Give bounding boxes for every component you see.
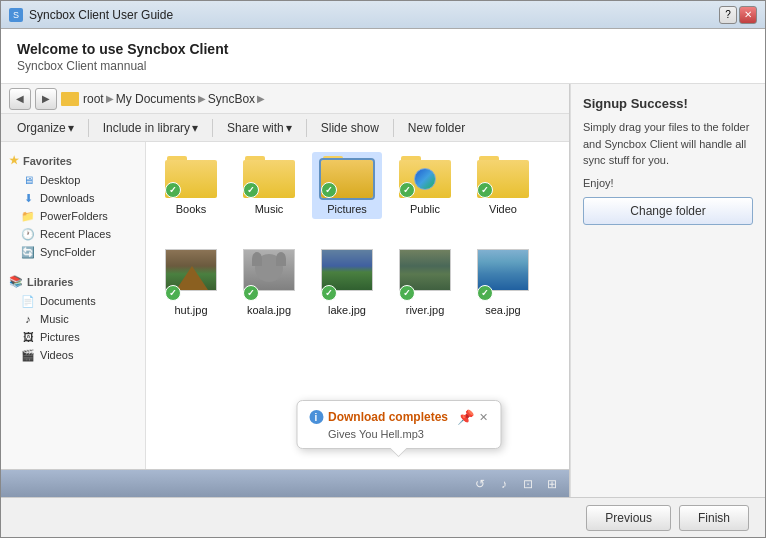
- river-check-badge: ✓: [399, 285, 415, 301]
- books-folder-thumb: ✓: [165, 156, 217, 198]
- lake-label: lake.jpg: [328, 304, 366, 316]
- help-button[interactable]: ?: [719, 6, 737, 24]
- books-check-badge: ✓: [165, 182, 181, 198]
- main-window: S Syncbox Client User Guide ? ✕ Welcome …: [0, 0, 766, 538]
- change-folder-button[interactable]: Change folder: [583, 197, 753, 225]
- include-library-button[interactable]: Include in library ▾: [95, 119, 206, 137]
- previous-button[interactable]: Previous: [586, 505, 671, 531]
- share-with-button[interactable]: Share with ▾: [219, 119, 300, 137]
- hut-check-badge: ✓: [165, 285, 181, 301]
- breadcrumb-sep-2: ▶: [198, 93, 206, 104]
- header: Welcome to use Syncbox Client Syncbox Cl…: [1, 29, 765, 84]
- notif-title: Download completes: [328, 410, 448, 424]
- organize-button[interactable]: Organize ▾: [9, 119, 82, 137]
- sea-check-badge: ✓: [477, 285, 493, 301]
- row-spacer: [156, 227, 559, 237]
- title-bar-left: S Syncbox Client User Guide: [9, 8, 173, 22]
- public-folder-thumb: ✓: [399, 156, 451, 198]
- music-folder-thumb: ✓: [243, 156, 295, 198]
- taskbar-icon-sound[interactable]: ♪: [495, 475, 513, 493]
- powerfolders-icon: 📁: [21, 209, 35, 223]
- photo-lake[interactable]: ✓ lake.jpg: [312, 245, 382, 320]
- music-check-badge: ✓: [243, 182, 259, 198]
- folder-pictures[interactable]: ✓ Pictures: [312, 152, 382, 219]
- bottom-bar: Previous Finish: [1, 497, 765, 537]
- public-check-badge: ✓: [399, 182, 415, 198]
- pictures-label: Pictures: [327, 203, 367, 215]
- enjoy-text: Enjoy!: [583, 177, 753, 189]
- sidebar-item-documents[interactable]: 📄 Documents: [1, 292, 145, 310]
- video-label: Video: [489, 203, 517, 215]
- app-icon: S: [9, 8, 23, 22]
- folder-video[interactable]: ✓ Video: [468, 152, 538, 219]
- sidebar-item-recentplaces[interactable]: 🕐 Recent Places: [1, 225, 145, 243]
- title-bar-controls: ? ✕: [719, 6, 757, 24]
- notif-pin-icon: 📌: [457, 409, 474, 425]
- breadcrumb-root[interactable]: root: [83, 92, 104, 106]
- taskbar-icon-screen[interactable]: ⊡: [519, 475, 537, 493]
- music-icon: ♪: [21, 312, 35, 326]
- window-title: Syncbox Client User Guide: [29, 8, 173, 22]
- public-label: Public: [410, 203, 440, 215]
- toolbar-sep-4: [393, 119, 394, 137]
- syncfolder-icon: 🔄: [21, 245, 35, 259]
- breadcrumb-mydocs[interactable]: My Documents: [116, 92, 196, 106]
- hut-label: hut.jpg: [174, 304, 207, 316]
- slideshow-button[interactable]: Slide show: [313, 119, 387, 137]
- notif-close-button[interactable]: ✕: [479, 411, 488, 424]
- header-subtitle: Syncbox Client mannual: [17, 59, 749, 73]
- forward-button[interactable]: ▶: [35, 88, 57, 110]
- sidebar: ★ Favorites 🖥 Desktop ⬇ Downloads 📁 Powe…: [1, 142, 146, 469]
- koala-check-badge: ✓: [243, 285, 259, 301]
- toolbar-sep-1: [88, 119, 89, 137]
- sidebar-item-videos[interactable]: 🎬 Videos: [1, 346, 145, 364]
- documents-icon: 📄: [21, 294, 35, 308]
- sidebar-item-powerfolders[interactable]: 📁 PowerFolders: [1, 207, 145, 225]
- breadcrumb: root ▶ My Documents ▶ SyncBox ▶: [83, 92, 265, 106]
- finish-button[interactable]: Finish: [679, 505, 749, 531]
- toolbar-sep-3: [306, 119, 307, 137]
- video-check-badge: ✓: [477, 182, 493, 198]
- pictures-icon: 🖼: [21, 330, 35, 344]
- new-folder-button[interactable]: New folder: [400, 119, 473, 137]
- folder-music[interactable]: ✓ Music: [234, 152, 304, 219]
- download-notification: i Download completes 📌 ✕ Gives You Hell.…: [296, 400, 501, 449]
- libraries-section[interactable]: 📚 Libraries: [1, 271, 145, 292]
- pictures-folder-thumb: ✓: [321, 156, 373, 198]
- recentplaces-icon: 🕐: [21, 227, 35, 241]
- videos-icon: 🎬: [21, 348, 35, 362]
- downloads-icon: ⬇: [21, 191, 35, 205]
- sidebar-item-music[interactable]: ♪ Music: [1, 310, 145, 328]
- taskbar-icon-settings[interactable]: ⊞: [543, 475, 561, 493]
- toolbar-sep-2: [212, 119, 213, 137]
- photo-hut[interactable]: ✓ hut.jpg: [156, 245, 226, 320]
- koala-thumb: ✓: [243, 249, 295, 301]
- breadcrumb-sep-3: ▶: [257, 93, 265, 104]
- folder-icon: [61, 92, 79, 106]
- sidebar-item-downloads[interactable]: ⬇ Downloads: [1, 189, 145, 207]
- sidebar-item-pictures[interactable]: 🖼 Pictures: [1, 328, 145, 346]
- libraries-icon: 📚: [9, 275, 23, 288]
- sidebar-item-syncfolder[interactable]: 🔄 SyncFolder: [1, 243, 145, 261]
- toolbar: Organize ▾ Include in library ▾ Share wi…: [1, 114, 569, 142]
- desktop-icon: 🖥: [21, 173, 35, 187]
- favorites-section[interactable]: ★ Favorites: [1, 150, 145, 171]
- hut-thumb: ✓: [165, 249, 217, 301]
- include-chevron: ▾: [192, 121, 198, 135]
- back-button[interactable]: ◀: [9, 88, 31, 110]
- close-button[interactable]: ✕: [739, 6, 757, 24]
- signup-text: Simply drag your files to the folder and…: [583, 119, 753, 169]
- photo-river[interactable]: ✓ river.jpg: [390, 245, 460, 320]
- breadcrumb-syncbox[interactable]: SyncBox: [208, 92, 255, 106]
- taskbar-icon-refresh[interactable]: ↺: [471, 475, 489, 493]
- star-icon: ★: [9, 154, 19, 167]
- folder-books[interactable]: ✓ Books: [156, 152, 226, 219]
- sidebar-item-desktop[interactable]: 🖥 Desktop: [1, 171, 145, 189]
- folder-public[interactable]: ✓ Public: [390, 152, 460, 219]
- share-chevron: ▾: [286, 121, 292, 135]
- notif-subtitle: Gives You Hell.mp3: [328, 428, 488, 440]
- photo-koala[interactable]: ✓ koala.jpg: [234, 245, 304, 320]
- music-label: Music: [255, 203, 284, 215]
- photo-sea[interactable]: ✓ sea.jpg: [468, 245, 538, 320]
- content-area: ★ Favorites 🖥 Desktop ⬇ Downloads 📁 Powe…: [1, 142, 569, 469]
